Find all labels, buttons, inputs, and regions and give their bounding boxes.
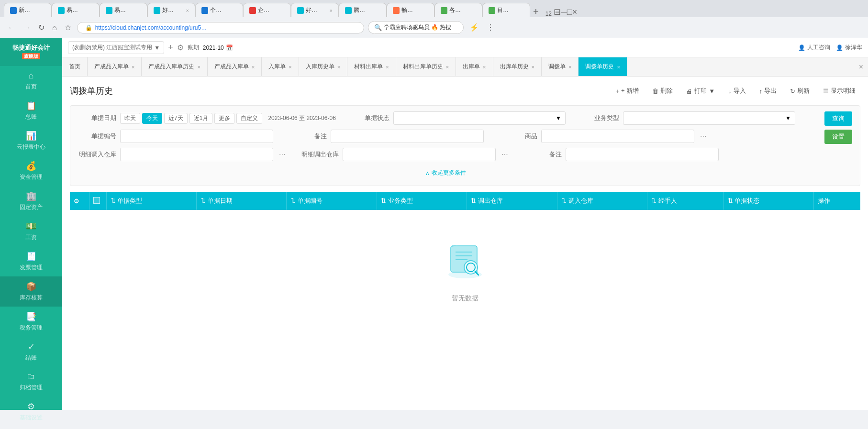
table-check-header[interactable] [89,192,106,210]
sidebar-item-archive[interactable]: 🗂 归档管理 [0,367,62,396]
page-tab-transfer-hist[interactable]: 调拨单历史 × [579,57,627,76]
page-tab-close-1[interactable]: × [132,64,134,70]
page-tab-product-in-hist[interactable]: 产成品入库单历史 × [142,57,207,76]
detail-in-more-icon[interactable]: ··· [279,150,285,159]
page-tab-close-3[interactable]: × [252,64,255,70]
detail-out-filter-input[interactable] [343,148,496,161]
sidebar-item-invoice[interactable]: 🧾 发票管理 [0,246,62,276]
col-out-warehouse[interactable]: ⇅ 调出仓库 [467,192,557,210]
page-tab-mat-out-hist[interactable]: 材料出库单历史 × [396,57,456,76]
browser-tab-2[interactable]: 易… [52,3,100,17]
extensions-button[interactable]: ⚡ [467,21,481,34]
browser-tab-8[interactable]: 腾… [339,3,387,17]
menu-button[interactable]: ⋮ [485,21,496,34]
date-btn-1month[interactable]: 近1月 [189,113,213,124]
search-bar[interactable]: 🔍 学霸应聘场驱鸟员 🔥 热搜 [368,21,464,34]
goods-filter-input[interactable] [541,130,694,143]
page-tab-product-in[interactable]: 产成品入库单 × [88,57,142,76]
sidebar-item-assets[interactable]: 🏢 固定资产 [0,186,62,216]
help-button[interactable]: 👤 人工咨询 [798,44,830,52]
import-button[interactable]: ↓ 导入 [723,84,751,98]
add-company-button[interactable]: + [168,43,173,53]
browser-tab-4[interactable]: 好… × [147,3,195,17]
browser-tab-3[interactable]: 易… [100,3,147,17]
status-filter-select[interactable]: ▼ [393,111,566,125]
page-tab-close-9[interactable]: × [532,64,534,70]
table-settings-header[interactable]: ⚙ [70,192,89,210]
close-window-button[interactable]: × [572,7,578,17]
col-doc-status[interactable]: ⇅ 单据状态 [723,192,813,210]
biz-type-filter-select[interactable]: ▼ [623,111,795,125]
new-record-button[interactable]: + + 新增 [611,84,644,98]
period-selector[interactable]: 2021-10 📅 [203,44,233,51]
sidebar-item-payroll[interactable]: 💵 工资 [0,216,62,246]
date-btn-yesterday[interactable]: 昨天 [120,113,140,124]
page-tab-mat-out[interactable]: 材料出库单 × [347,57,396,76]
page-tab-transfer[interactable]: 调拨单 × [542,57,579,76]
tab-close-4[interactable]: × [186,8,189,13]
sidebar-item-settings[interactable]: ⚙ 基础设置 [0,396,62,427]
forward-button[interactable]: → [21,22,33,34]
page-tab-close-11[interactable]: × [617,64,620,70]
date-btn-more[interactable]: 更多 [214,113,234,124]
col-handler[interactable]: ⇅ 经手人 [647,192,723,210]
maximize-button[interactable]: □ [567,7,572,17]
browser-tab-7[interactable]: 好… × [291,3,339,17]
page-tab-close-7[interactable]: × [446,64,449,70]
sidebar-item-tax[interactable]: 📑 税务管理 [0,307,62,337]
col-doc-date[interactable]: ⇅ 单据日期 [196,192,286,210]
new-tab-button[interactable]: + [530,6,542,17]
page-tab-close-10[interactable]: × [568,64,571,70]
page-tab-close-8[interactable]: × [483,64,486,70]
col-biz-type[interactable]: ⇅ 业务类型 [377,192,467,210]
home-button[interactable]: ⌂ [50,22,59,34]
sidebar-item-closing[interactable]: ✓ 结账 [0,337,62,367]
page-tab-close-4[interactable]: × [289,64,291,70]
browser-tab-9[interactable]: 畅… [387,3,434,17]
sidebar-item-ledger[interactable]: 📋 总账 [0,96,62,126]
date-btn-today[interactable]: 今天 [142,113,162,124]
page-tab-out[interactable]: 出库单 × [456,57,493,76]
browser-tab-5[interactable]: 个… [195,3,243,17]
filter-settings-button[interactable]: 设置 [824,130,852,144]
page-tab-out-hist[interactable]: 出库单历史 × [493,57,542,76]
address-bar[interactable]: 🔒 https://cloud.chanjet.com/accounting/u… [77,22,364,33]
print-button[interactable]: 🖨 打印 ▼ [681,84,720,98]
browser-tab-1[interactable]: 新… [4,3,52,17]
browser-tab-10[interactable]: 各… [434,3,482,17]
note2-filter-input[interactable] [566,148,719,161]
note-filter-input[interactable] [331,130,484,143]
page-tab-product-in2[interactable]: 产成品入库单 × [208,57,262,76]
refresh-data-button[interactable]: ↻ 刷新 [785,84,814,98]
sidebar-item-funds[interactable]: 💰 资金管理 [0,156,62,186]
page-tab-close-6[interactable]: × [386,64,389,70]
doc-no-filter-input[interactable] [120,130,273,143]
page-tab-in[interactable]: 入库单 × [262,57,299,76]
col-in-warehouse[interactable]: ⇅ 调入仓库 [557,192,647,210]
collapse-button[interactable]: ∧ 收起更多条件 [78,166,813,180]
display-detail-button[interactable]: ☰ 显示明细 [818,84,860,98]
page-tab-close-2[interactable]: × [197,64,200,70]
detail-out-more-icon[interactable]: ··· [501,150,508,159]
page-tab-home[interactable]: 首页 [62,57,88,76]
tab-close-7[interactable]: × [330,8,333,13]
user-button[interactable]: 👤 徐泽华 [836,44,862,52]
page-tab-in-hist[interactable]: 入库历史单 × [299,57,347,76]
bookmark-button[interactable]: ☆ [63,21,73,34]
sidebar-item-home[interactable]: ⌂ 首页 [0,66,62,96]
sidebar-item-reports[interactable]: 📊 云报表中心 [0,126,62,156]
sidebar-item-guide[interactable]: 🎯 新手引导 [0,427,62,429]
refresh-button[interactable]: ↻ [36,21,46,34]
detail-in-filter-input[interactable] [120,148,273,161]
browser-tab-6[interactable]: 企… [243,3,291,17]
tab-list-button[interactable]: ⊟ [554,7,561,17]
col-doc-type[interactable]: ⇅ 单据类型 [106,192,196,210]
export-button[interactable]: ↑ 导出 [755,84,782,98]
close-all-tabs-button[interactable]: × [854,63,868,71]
date-btn-custom[interactable]: 自定义 [236,113,262,124]
date-btn-7days[interactable]: 近7天 [164,113,188,124]
company-settings-button[interactable]: ⚙ [177,43,184,52]
company-selector[interactable]: (勿删勿禁用) 江西服宝测试专用 ▼ [68,41,164,54]
col-doc-no[interactable]: ⇅ 单据编号 [287,192,377,210]
select-all-checkbox[interactable] [93,197,100,204]
